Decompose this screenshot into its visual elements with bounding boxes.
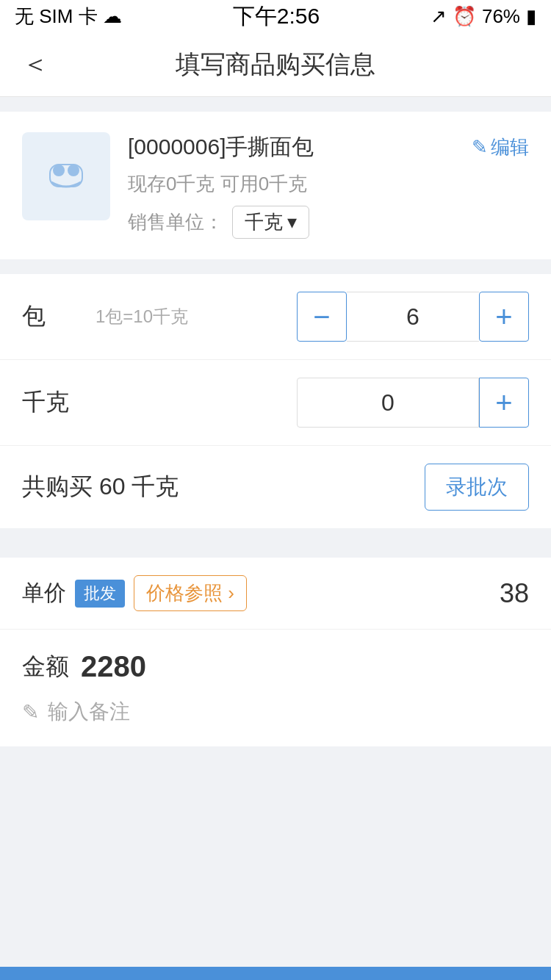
back-icon: ＜ (22, 48, 48, 79)
status-bar: 无 SIM 卡 ☁ 下午2:56 ↗ ⏰ 76% ▮ (0, 0, 551, 32)
location-icon: ↗ (431, 5, 447, 28)
kg-plus-button[interactable]: + (479, 378, 529, 428)
empty-area (0, 746, 551, 967)
total-text: 共购买 60 千克 (22, 471, 179, 503)
edit-icon: ✎ (472, 136, 488, 159)
price-tag: 批发 (75, 580, 125, 608)
edit-button[interactable]: ✎ 编辑 (472, 134, 529, 160)
product-card: [0000006]手撕面包 ✎ 编辑 现存0千克 可用0千克 销售单位： 千克 … (0, 112, 551, 259)
package-row: 包 1包=10千克 − + (0, 274, 551, 360)
package-hint: 1包=10千克 (96, 305, 282, 328)
divider-1 (0, 259, 551, 274)
status-carrier: 无 SIM 卡 ☁ (15, 4, 122, 29)
kg-row: 千克 + (0, 360, 551, 446)
unit-value: 千克 (245, 209, 283, 235)
page-title: 填写商品购买信息 (176, 48, 375, 82)
status-time: 下午2:56 (233, 1, 320, 32)
status-icons: ↗ ⏰ 76% ▮ (431, 5, 536, 28)
product-stock: 现存0千克 可用0千克 (128, 171, 529, 197)
amount-section: 金额 2280 ✎ 输入备注 (0, 630, 551, 746)
alarm-icon: ⏰ (453, 5, 476, 28)
unit-label: 销售单位： (128, 209, 223, 235)
price-section: 单价 批发 价格参照 › 38 (0, 558, 551, 630)
input-section: 包 1包=10千克 − + 千克 + (0, 274, 551, 446)
amount-label: 金额 (22, 651, 69, 683)
record-batch-button[interactable]: 录批次 (425, 464, 529, 511)
kg-qty-input[interactable] (297, 378, 479, 428)
battery-icon: ▮ (526, 5, 536, 28)
package-qty-input[interactable] (347, 292, 479, 342)
amount-value: 2280 (81, 650, 146, 683)
product-image (22, 132, 110, 220)
confirm-bar[interactable]: 确定 (0, 967, 551, 980)
remark-placeholder: 输入备注 (48, 698, 130, 726)
price-reference-button[interactable]: 价格参照 › (134, 575, 247, 611)
total-row: 共购买 60 千克 录批次 (0, 446, 551, 528)
package-plus-button[interactable]: + (479, 292, 529, 342)
nav-bar: ＜ 填写商品购买信息 (0, 32, 551, 97)
price-label: 单价 (22, 578, 66, 608)
remark-row[interactable]: ✎ 输入备注 (22, 698, 529, 726)
battery-text: 76% (482, 5, 520, 28)
pencil-icon: ✎ (22, 700, 39, 724)
product-name: [0000006]手撕面包 (128, 132, 314, 162)
package-qty-control: − + (297, 292, 529, 342)
back-button[interactable]: ＜ (15, 39, 56, 90)
chevron-down-icon: ▾ (287, 211, 297, 234)
kg-label: 千克 (22, 386, 81, 419)
package-minus-button[interactable]: − (297, 292, 347, 342)
product-logo-icon (44, 154, 88, 198)
product-info: [0000006]手撕面包 ✎ 编辑 现存0千克 可用0千克 销售单位： 千克 … (128, 132, 529, 239)
package-label: 包 (22, 300, 81, 333)
kg-qty-control: + (297, 378, 529, 428)
price-value: 38 (500, 578, 529, 609)
divider-2 (0, 528, 551, 543)
unit-dropdown[interactable]: 千克 ▾ (232, 206, 309, 239)
